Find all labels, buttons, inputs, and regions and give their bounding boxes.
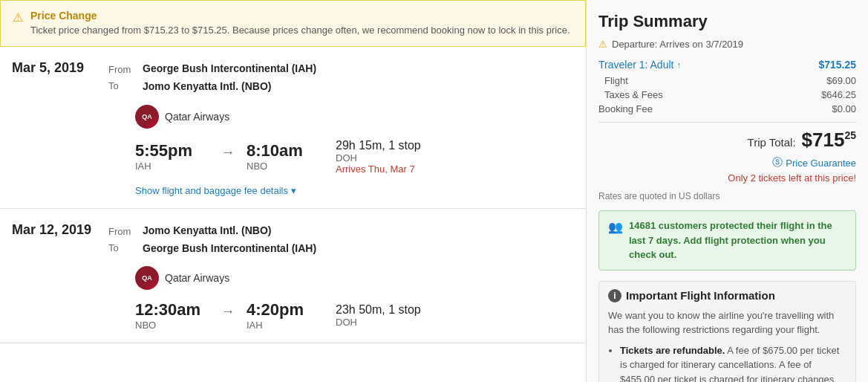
- arrow-icon-2: →: [221, 304, 235, 320]
- protection-text: 14681 customers protected their flight i…: [629, 218, 846, 262]
- from-airport-1: George Bush Intercontinental (IAH): [143, 60, 316, 78]
- tickets-left: Only 2 tickets left at this price!: [598, 172, 856, 184]
- price-change-banner: ⚠ Price Change Ticket price changed from…: [0, 0, 586, 47]
- depart-code-1: IAH: [135, 161, 209, 172]
- stop-airport-2: DOH: [336, 317, 421, 328]
- chevron-down-icon: ▾: [291, 185, 296, 196]
- price-guarantee-text: Price Guarantee: [786, 158, 856, 169]
- airline-row-2: QA Qatar Airways: [135, 266, 574, 290]
- price-guarantee-icon: ⓢ: [772, 156, 783, 169]
- to-airport-1: Jomo Kenyatta Intl. (NBO): [143, 78, 316, 96]
- flight-fee-price: $69.00: [826, 75, 856, 86]
- booking-fee-price: $0.00: [832, 103, 856, 114]
- alert-title: Price Change: [30, 10, 570, 22]
- from-to-labels-1: From To: [108, 60, 135, 94]
- trip-total-price: $71525: [802, 129, 856, 152]
- departure-note-text: Departure: Arrives on 3/7/2019: [612, 39, 743, 50]
- segment-airports-1: George Bush Intercontinental (IAH) Jomo …: [143, 60, 316, 96]
- main-content: ⚠ Price Change Ticket price changed from…: [0, 0, 586, 382]
- taxes-fee-row: Taxes & Fees $646.25: [598, 89, 856, 100]
- depart-block-1: 5:55pm IAH: [135, 141, 209, 172]
- trip-summary-title: Trip Summary: [598, 12, 856, 31]
- divider: [598, 122, 856, 123]
- duration-1: 29h 15m, 1 stop: [336, 139, 421, 152]
- flight-fee-label: Flight: [604, 75, 628, 86]
- flight-fee-row: Flight $69.00: [598, 75, 856, 86]
- depart-time-1: 5:55pm: [135, 141, 209, 161]
- traveler-row: Traveler 1: Adult ↑ $715.25: [598, 59, 856, 71]
- duration-stop-1: 29h 15m, 1 stop DOH Arrives Thu, Mar 7: [336, 139, 421, 175]
- segment-date-2: Mar 12, 2019: [12, 222, 108, 238]
- flight-segment-1: Mar 5, 2019 From To George Bush Intercon…: [0, 47, 586, 209]
- total-row: Trip Total: $71525: [598, 129, 856, 152]
- departure-info: ⚠ Departure: Arrives on 3/7/2019: [598, 39, 856, 50]
- arrive-time-1: 8:10am: [247, 141, 321, 161]
- arrives-note-1: Arrives Thu, Mar 7: [336, 164, 421, 175]
- traveler-label: Traveler 1: Adult ↑: [598, 59, 681, 71]
- arrive-code-2: IAH: [247, 320, 321, 331]
- arrive-block-1: 8:10am NBO: [247, 141, 321, 172]
- rates-note: Rates are quoted in US dollars: [598, 191, 856, 201]
- from-label-1: From: [108, 62, 135, 78]
- show-details-link-1[interactable]: Show flight and baggage fee details ▾: [135, 185, 296, 196]
- flight-segment-2: Mar 12, 2019 From To Jomo Kenyatta Intl.…: [0, 209, 586, 344]
- sidebar: Trip Summary ⚠ Departure: Arrives on 3/7…: [586, 0, 868, 382]
- trip-total-cents: 25: [844, 129, 856, 141]
- to-label-1: To: [108, 78, 135, 94]
- arrive-block-2: 4:20pm IAH: [247, 300, 321, 331]
- booking-fee-label: Booking Fee: [598, 103, 653, 114]
- traveler-price: $715.25: [818, 59, 856, 71]
- important-item-0: Tickets are refundable. A fee of $675.00…: [620, 343, 846, 383]
- airline-logo-1: QA: [135, 105, 159, 129]
- segment-header-2: Mar 12, 2019 From To Jomo Kenyatta Intl.…: [12, 222, 574, 258]
- from-label-2: From: [108, 224, 135, 240]
- depart-code-2: NBO: [135, 320, 209, 331]
- important-flight-section: i Important Flight Information We want y…: [598, 281, 856, 383]
- arrive-code-1: NBO: [247, 161, 321, 172]
- taxes-fee-label: Taxes & Fees: [604, 89, 663, 100]
- airline-logo-2: QA: [135, 266, 159, 290]
- important-list: Tickets are refundable. A fee of $675.00…: [608, 343, 846, 383]
- protection-icon: 👥: [608, 218, 623, 236]
- airline-row-1: QA Qatar Airways: [135, 105, 574, 129]
- airline-name-1: Qatar Airways: [165, 111, 229, 123]
- traveler-arrow-icon: ↑: [676, 60, 681, 69]
- alert-content: Price Change Ticket price changed from $…: [30, 10, 570, 37]
- protection-banner: 👥 14681 customers protected their flight…: [598, 210, 856, 271]
- duration-stop-2: 23h 50m, 1 stop DOH: [336, 303, 421, 328]
- flight-times-2: 12:30am NBO → 4:20pm IAH 23h 50m, 1 stop…: [135, 300, 574, 331]
- warning-icon: ⚠: [13, 10, 23, 25]
- depart-block-2: 12:30am NBO: [135, 300, 209, 331]
- from-airport-2: Jomo Kenyatta Intl. (NBO): [143, 222, 316, 240]
- arrive-time-2: 4:20pm: [247, 300, 321, 320]
- to-label-2: To: [108, 240, 135, 256]
- to-airport-2: George Bush Intercontinental (IAH): [143, 240, 316, 258]
- alert-text: Ticket price changed from $715.23 to $71…: [30, 24, 570, 37]
- segment-date-1: Mar 5, 2019: [12, 60, 108, 76]
- segment-header-1: Mar 5, 2019 From To George Bush Intercon…: [12, 60, 574, 96]
- segment-airports-2: Jomo Kenyatta Intl. (NBO) George Bush In…: [143, 222, 316, 258]
- arrow-icon-1: →: [221, 145, 235, 161]
- duration-2: 23h 50m, 1 stop: [336, 303, 421, 317]
- important-title: i Important Flight Information: [608, 289, 846, 302]
- trip-total-label: Trip Total:: [748, 136, 796, 149]
- depart-time-2: 12:30am: [135, 300, 209, 320]
- airline-name-2: Qatar Airways: [165, 272, 229, 284]
- from-to-labels-2: From To: [108, 222, 135, 256]
- important-intro: We want you to know the airline you're t…: [608, 308, 846, 337]
- flight-times-1: 5:55pm IAH → 8:10am NBO 29h 15m, 1 stop …: [135, 139, 574, 175]
- departure-warning-icon: ⚠: [598, 39, 607, 50]
- important-item-bold-0: Tickets are refundable.: [620, 345, 725, 356]
- booking-fee-row: Booking Fee $0.00: [598, 103, 856, 114]
- info-icon: i: [608, 289, 621, 302]
- price-guarantee: ⓢ Price Guarantee: [598, 156, 856, 169]
- trip-total-dollars: $715: [802, 129, 845, 151]
- stop-airport-1: DOH: [336, 152, 421, 164]
- taxes-fee-price: $646.25: [821, 89, 856, 100]
